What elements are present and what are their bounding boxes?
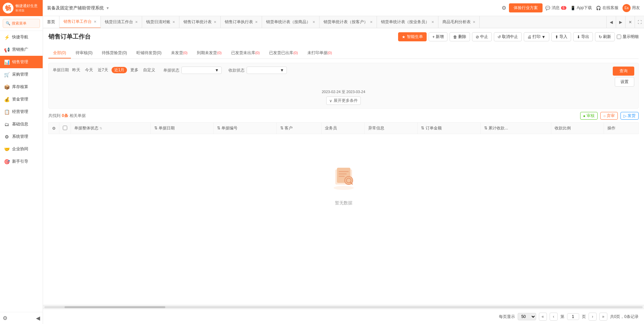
tab-close-all-btn[interactable]: ✕ [625,16,635,28]
sidebar-settings-icon[interactable]: ⚙ [3,315,7,321]
date-opt-yesterday[interactable]: 昨天 [71,67,82,74]
sidebar-item-marketing[interactable]: 📢 营销推广 [0,43,43,56]
tab-close-cash-daily[interactable]: ✕ [135,20,138,24]
first-page-btn[interactable]: « [539,313,547,321]
filter-tab-shipped-out[interactable]: 已发货已出库(0) [264,48,302,58]
show-detail-checkbox-label[interactable]: 显示明细 [617,34,639,40]
filter-tab-shipped-not-out[interactable]: 已发货未出库(0) [226,48,264,58]
online-service-action[interactable]: 🎧 在线客服 [596,5,618,11]
select-all-checkbox[interactable] [63,126,67,130]
tab-close-sales-stats-staff[interactable]: ✕ [431,20,434,24]
last-page-btn[interactable]: » [599,313,607,321]
refresh-button[interactable]: ↻ 刷新 [595,32,615,41]
table-col-settings[interactable]: ⚙ [49,123,59,134]
expand-filter-button[interactable]: ∨ 展开更多条件 [326,96,361,105]
table-col-amount[interactable]: ⇅ 订单金额 [418,123,481,134]
tab-cash-reconcile[interactable]: 钱货日清对账 ✕ [142,16,179,28]
batch-cancel-review-button[interactable]: ○ 弃审 [600,112,618,120]
tab-gross-profit[interactable]: 商品毛利分析表 ✕ [438,16,480,28]
horizontal-scrollbar[interactable] [43,305,644,309]
sidebar-item-sales[interactable]: 📊 销售管理 [0,56,43,68]
sidebar-item-label: 采购管理 [12,72,28,77]
dropdown-arrow-icon[interactable]: ▼ [106,6,110,10]
message-action[interactable]: 💬 消息 6 [545,5,566,11]
sidebar-collapse-icon[interactable]: ◀ [36,315,40,321]
tab-cash-daily[interactable]: 钱货日清工作台 ✕ [101,16,142,28]
delete-button[interactable]: 🗑 删除 [449,32,470,41]
topbar-settings-icon[interactable]: ⚙ [502,5,506,11]
filter-settings-button[interactable]: 设置 [615,77,634,87]
table-col-number[interactable]: ⇅ 单据编号 [214,123,277,134]
status-select[interactable]: ▼ [181,67,222,74]
tab-close-sales-stats-product[interactable]: ✕ [312,20,315,24]
table-col-collected[interactable]: ⇅ 累计收款... [480,123,551,134]
page-size-select[interactable]: 50 100 200 [518,313,536,320]
scrollbar-thumb[interactable] [65,306,165,308]
sidebar-item-operations[interactable]: 📋 经营管理 [0,106,43,118]
export-button[interactable]: ⬇ 导出 [573,32,593,41]
batch-ship-button[interactable]: ▷ 发货 [620,112,639,120]
filter-tab-pending-inspect[interactable]: 待拣货验货(0) [97,48,132,58]
sidebar-item-base-info[interactable]: 🗂 基础信息 [0,118,43,130]
record-count-bar: 共找到 0条 相关单据 ● 审核 ○ 弃审 ▷ 发货 [48,112,639,120]
sidebar-item-finance[interactable]: 💰 资金管理 [0,93,43,106]
add-button[interactable]: + 新增 [429,32,447,41]
experience-btn[interactable]: 体验行业方案 [509,3,543,12]
filter-tab-pending-review[interactable]: 待审核(0) [71,48,97,58]
tab-close-sales-workbench[interactable]: ✕ [94,20,96,24]
sidebar-item-quick-nav[interactable]: ⚡ 快捷导航 [0,31,43,43]
smart-create-button[interactable]: ★ 智能生单 [398,32,427,41]
filter-tab-not-printed[interactable]: 未打印单据(0) [303,48,337,58]
tab-close-gross-profit[interactable]: ✕ [473,20,475,24]
sidebar-item-purchase[interactable]: 🛒 采购管理 [0,68,43,81]
show-detail-checkbox[interactable] [617,35,621,39]
import-button[interactable]: ⬆ 导入 [551,32,571,41]
batch-review-button[interactable]: ● 审核 [580,112,598,120]
page-label: 第 [560,314,564,320]
tab-close-sales-order-exec[interactable]: ✕ [255,20,258,24]
tab-sales-order-stats[interactable]: 销售订单统计表 ✕ [179,16,221,28]
tab-sales-stats-product[interactable]: 销货单统计表（按商品） ✕ [262,16,319,28]
print-button[interactable]: 🖨 打印 ▼ [524,32,549,41]
tab-fullscreen-btn[interactable]: ⛶ [635,16,644,28]
tab-sales-stats-staff[interactable]: 销货单统计表（按业务员） ✕ [377,16,438,28]
date-opt-more[interactable]: 更多 [129,67,140,74]
next-page-btn[interactable]: › [589,313,597,321]
user-area[interactable]: Ea 用友 [622,4,640,12]
tab-sales-order-exec[interactable]: 销售订单执行表 ✕ [221,16,262,28]
date-opt-7days[interactable]: 近7天 [96,67,110,74]
prev-page-btn[interactable]: ‹ [550,313,558,321]
tab-home[interactable]: 首页 [43,16,59,28]
date-opt-1month[interactable]: 近1月 [112,67,127,73]
query-button[interactable]: 查询 [613,67,634,76]
table-col-status[interactable]: 单据整体状态 ⇅ [71,123,151,134]
tab-sales-workbench[interactable]: 销售订单工作台 ✕ [59,16,101,28]
tab-scroll-left-btn[interactable]: ◀ [606,16,616,28]
collect-select[interactable]: ▼ [247,67,287,74]
filter-tab-all[interactable]: 全部(0) [48,48,71,58]
sidebar-item-inventory[interactable]: 📦 库存核算 [0,81,43,93]
date-opt-today[interactable]: 今天 [84,67,94,74]
filter-tab-wangpu-ship[interactable]: 旺铺待发货(0) [132,48,166,58]
tab-close-sales-order-stats[interactable]: ✕ [214,20,216,24]
table-col-checkbox[interactable] [59,123,71,134]
tab-scroll-right-btn[interactable]: ▶ [616,16,625,28]
sidebar-item-guide[interactable]: 🎯 新手引导 [0,155,43,168]
cancel-review-icon: ○ [603,114,606,118]
sidebar-item-cooperation[interactable]: 🤝 企业协同 [0,143,43,155]
system-icon: ⚙ [4,134,9,139]
filter-tab-overdue-ship[interactable]: 到期未发货(0) [192,48,226,58]
table-col-customer[interactable]: ⇅ 客户 [276,123,321,134]
tab-close-sales-stats-customer[interactable]: ✕ [370,20,373,24]
sidebar-item-system[interactable]: ⚙ 系统管理 [0,130,43,143]
suspend-button[interactable]: ⊘ 中止 [472,32,492,41]
search-menu-button[interactable]: 🔍 搜索菜单 [3,19,40,28]
cancel-suspend-button[interactable]: ↺ 取消中止 [494,32,522,41]
table-col-date[interactable]: ⇅ 单据日期 [151,123,214,134]
app-download-action[interactable]: 📱 App下载 [570,5,592,11]
page-number-input[interactable] [567,313,579,320]
tab-close-cash-reconcile[interactable]: ✕ [172,20,175,24]
tab-sales-stats-customer[interactable]: 销货单统计表（按客户） ✕ [319,16,377,28]
date-opt-custom[interactable]: 自定义 [142,67,157,74]
filter-tab-not-shipped[interactable]: 未发货(0) [166,48,192,58]
